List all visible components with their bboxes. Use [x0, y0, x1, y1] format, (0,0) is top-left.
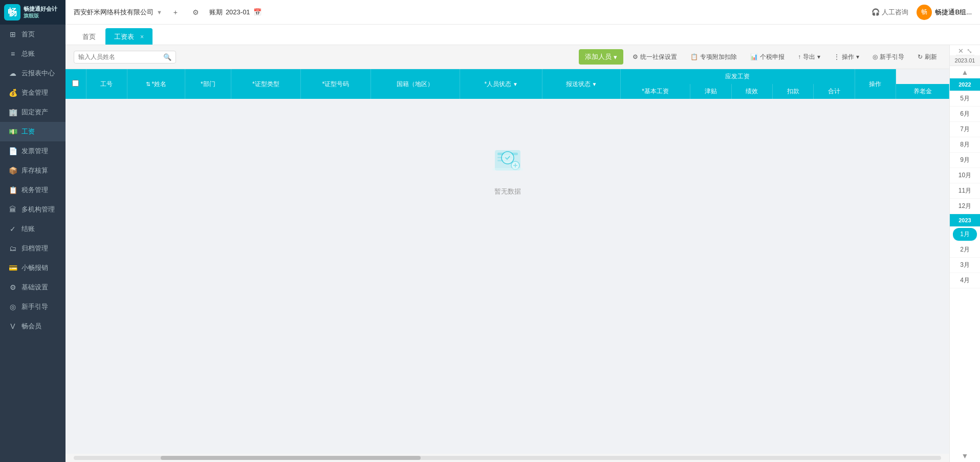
- tax-report-button[interactable]: 📊 个税申报: [746, 51, 789, 64]
- sidebar-item-checkout[interactable]: ✓结账: [0, 219, 66, 239]
- avatar: 畅: [917, 5, 932, 20]
- th-status[interactable]: *人员状态: [460, 69, 542, 99]
- app-edition: 旗舰版: [24, 12, 57, 19]
- month-item-9月[interactable]: 9月: [950, 153, 980, 168]
- social-label: 统一社保设置: [640, 53, 677, 61]
- guide-button[interactable]: ◎ 新手引导: [868, 51, 908, 64]
- add-company-button[interactable]: +: [168, 5, 183, 19]
- period-label: 账期: [209, 8, 223, 17]
- sidebar-item-settings[interactable]: ⚙基础设置: [0, 278, 66, 297]
- month-item-3月[interactable]: 3月: [950, 258, 980, 273]
- settings-icon: ⚙: [8, 283, 17, 291]
- close-panel-button[interactable]: ✕: [958, 47, 964, 55]
- month-item-8月[interactable]: 8月: [950, 137, 980, 153]
- expense-icon: 💳: [8, 264, 17, 272]
- sidebar-item-multi[interactable]: 🏛多机构管理: [0, 200, 66, 219]
- tab-salary-label: 工资表: [114, 32, 134, 41]
- sidebar-item-tax[interactable]: 📋税务管理: [0, 180, 66, 200]
- operation-icon: ⋮: [834, 53, 840, 60]
- search-wrap: 🔍: [74, 51, 176, 64]
- add-person-button[interactable]: 添加人员 ▾: [579, 49, 623, 65]
- sidebar-item-report[interactable]: ☁云报表中心: [0, 64, 66, 83]
- company-selector[interactable]: 西安虾米网络科技有限公司 ▼: [74, 8, 162, 17]
- sidebar-item-asset[interactable]: 🏢固定资产: [0, 102, 66, 122]
- tab-home[interactable]: 首页: [74, 28, 104, 45]
- report-icon: ☁: [8, 69, 17, 77]
- operation-button[interactable]: ⋮ 操作 ▾: [830, 51, 863, 64]
- expand-panel-button[interactable]: ⤡: [967, 47, 972, 55]
- month-item-4月[interactable]: 4月: [950, 273, 980, 288]
- search-input[interactable]: [78, 53, 160, 60]
- scroll-thumb: [161, 456, 421, 460]
- app-title: 畅捷通好会计: [24, 5, 57, 12]
- sidebar-item-expense[interactable]: 💳小畅报销: [0, 258, 66, 278]
- sidebar-item-label: 资金管理: [21, 88, 48, 97]
- tabs-bar: 首页 工资表 ×: [66, 25, 980, 45]
- month-item-11月[interactable]: 11月: [950, 183, 980, 199]
- social-settings-button[interactable]: ⚙ 统一社保设置: [628, 51, 681, 64]
- tab-home-label: 首页: [82, 32, 96, 41]
- main-area: 西安虾米网络科技有限公司 ▼ + ⚙ 账期 2023-01 📅 🎧 人工咨询 畅…: [66, 0, 980, 462]
- special-deduction-button[interactable]: 📋 专项附加扣除: [686, 51, 741, 64]
- logo-icon: 畅: [4, 4, 20, 20]
- month-item-1月[interactable]: 1月: [953, 228, 977, 241]
- content-area: 🔍 添加人员 ▾ ⚙ 统一社保设置 📋 专项附加扣除: [66, 45, 949, 462]
- th-pension: 养老金: [896, 84, 949, 99]
- month-nav-down[interactable]: ▼: [950, 450, 980, 462]
- month-item-6月[interactable]: 6月: [950, 107, 980, 122]
- tax-icon: 📊: [750, 53, 758, 60]
- tab-close-icon[interactable]: ×: [140, 33, 144, 40]
- sidebar-item-label: 库存核算: [21, 166, 48, 175]
- th-submit-status[interactable]: 报送状态: [542, 69, 620, 99]
- export-label: 导出: [803, 53, 815, 61]
- table-header-row1: 工号 *姓名 *部门 *证型类型 *证型号码 国籍（地区） *人员状态 报送状态…: [66, 69, 949, 84]
- month-panel-header: 2023.01: [950, 55, 980, 66]
- export-button[interactable]: ↑ 导出 ▾: [794, 51, 824, 64]
- refresh-label: 刷新: [925, 53, 937, 61]
- month-item-5月[interactable]: 5月: [950, 91, 980, 107]
- service-button[interactable]: 🎧 人工咨询: [872, 8, 908, 17]
- year-label-prev: 2022: [950, 78, 980, 91]
- tab-salary[interactable]: 工资表 ×: [105, 28, 153, 45]
- th-performance: 绩效: [731, 84, 772, 99]
- th-id-number: *证型号码: [301, 69, 371, 99]
- month-list: 20225月6月7月8月9月10月11月12月20231月2月3月4月: [950, 78, 980, 450]
- select-all-checkbox[interactable]: [72, 80, 79, 87]
- refresh-icon: ↻: [918, 53, 923, 60]
- period-display: 账期 2023-01 📅: [209, 8, 262, 17]
- sidebar-item-label: 结账: [21, 224, 35, 234]
- asset-icon: 🏢: [8, 108, 17, 116]
- month-item-7月[interactable]: 7月: [950, 122, 980, 137]
- month-item-10月[interactable]: 10月: [950, 168, 980, 183]
- month-item-12月[interactable]: 12月: [950, 199, 980, 214]
- special-label: 专项附加扣除: [700, 53, 737, 61]
- sidebar-item-label: 首页: [21, 30, 35, 39]
- sidebar-item-guide[interactable]: ◎新手引导: [0, 297, 66, 317]
- th-nationality: 国籍（地区）: [371, 69, 460, 99]
- sidebar-item-label: 发票管理: [21, 146, 48, 156]
- svg-point-8: [502, 152, 514, 164]
- th-name[interactable]: *姓名: [127, 69, 185, 99]
- month-nav-up[interactable]: ▲: [950, 66, 980, 78]
- sidebar-item-label: 小畅报销: [21, 263, 48, 272]
- sidebar-item-member[interactable]: V畅会员: [0, 317, 66, 336]
- refresh-button[interactable]: ↻ 刷新: [913, 51, 941, 64]
- svg-rect-7: [492, 168, 523, 171]
- year-label-current: 2023: [950, 214, 980, 227]
- inventory-icon: 📦: [8, 166, 17, 175]
- empty-text: 暂无数据: [494, 187, 521, 196]
- sidebar-item-inventory[interactable]: 📦库存核算: [0, 161, 66, 180]
- sidebar-item-archive[interactable]: 🗂归档管理: [0, 239, 66, 258]
- app-logo: 畅 畅捷通好会计 旗舰版: [0, 0, 66, 25]
- month-item-2月[interactable]: 2月: [950, 242, 980, 258]
- sidebar-item-invoice[interactable]: 📄发票管理: [0, 141, 66, 161]
- panel-controls: ✕ ⤡: [956, 45, 974, 55]
- settings-icon[interactable]: ⚙: [189, 5, 203, 19]
- sidebar-item-ledger[interactable]: ≡总账: [0, 44, 66, 64]
- topbar-right: 🎧 人工咨询 畅 畅捷通B组...: [872, 5, 972, 20]
- user-menu[interactable]: 畅 畅捷通B组...: [917, 5, 972, 20]
- calendar-icon[interactable]: 📅: [253, 8, 262, 16]
- sidebar-item-salary[interactable]: 💵工资: [0, 122, 66, 141]
- sidebar-item-home[interactable]: ⊞首页: [0, 25, 66, 44]
- sidebar-item-fund[interactable]: 💰资金管理: [0, 83, 66, 102]
